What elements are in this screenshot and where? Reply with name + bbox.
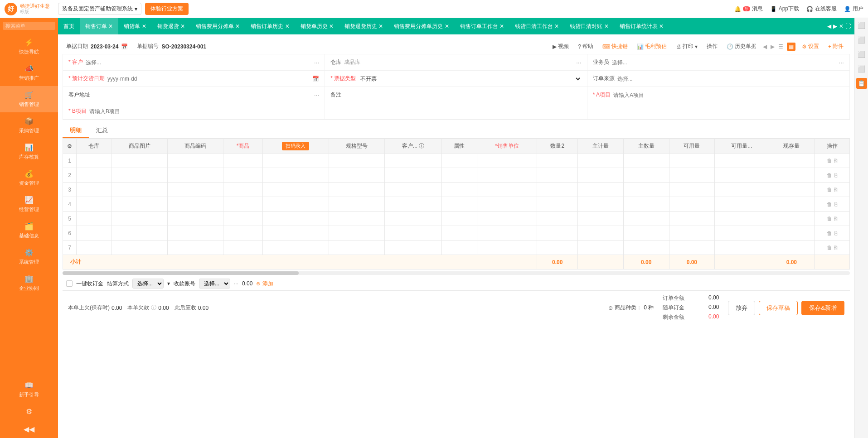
tab-detail[interactable]: 明细 — [63, 124, 89, 138]
tab-close-all-icon[interactable]: ✕ — [839, 23, 844, 29]
row-1-main-qty[interactable] — [624, 154, 669, 168]
project-a-input[interactable] — [613, 92, 844, 98]
sidebar-item-quick[interactable]: ⚡ 快捷导航 — [0, 34, 58, 60]
nav-refund-history[interactable]: 销货退货历史 ✕ — [339, 18, 388, 34]
copy-row-2-icon[interactable]: ⎘ — [834, 172, 837, 178]
online-service[interactable]: 🎧 在线客服 — [806, 5, 837, 13]
nav-sales-summary[interactable]: 销售订单统计表 ✕ — [614, 18, 669, 34]
delete-row-2-icon[interactable]: 🗑 — [827, 172, 832, 178]
payment-account-select[interactable]: 选择... — [199, 279, 230, 289]
row-2-product[interactable] — [223, 168, 263, 183]
row-2-spec[interactable] — [329, 168, 385, 183]
add-attachment-btn[interactable]: +附件 — [825, 42, 846, 51]
delete-row-5-icon[interactable]: 🗑 — [827, 216, 832, 222]
right-icon-2[interactable]: ⬜ — [856, 34, 867, 45]
table-settings-icon[interactable]: ⚙ — [67, 143, 72, 149]
delivery-calendar-icon[interactable]: 📅 — [312, 76, 319, 82]
help-btn[interactable]: ? 帮助 — [575, 42, 596, 51]
sidebar-item-purchase[interactable]: 📦 采购管理 — [0, 112, 58, 139]
grid-view-icon[interactable]: ▦ — [787, 43, 795, 51]
right-icon-1[interactable]: ⬜ — [856, 20, 867, 31]
message-icon-area[interactable]: 🔔 9 消息 — [734, 5, 763, 13]
sidebar-item-marketing[interactable]: 📣 营销推广 — [0, 60, 58, 86]
calendar-icon[interactable]: 📅 — [121, 43, 128, 50]
sidebar-item-collapse[interactable]: ◀◀ — [0, 420, 58, 438]
nav-sales-refund[interactable]: 销货退货 ✕ — [152, 18, 190, 34]
row-3-customer-code[interactable] — [385, 183, 442, 197]
row-3-warehouse[interactable] — [77, 183, 112, 197]
nav-home[interactable]: 首页 — [58, 18, 80, 34]
solution-btn[interactable]: 体验行业方案 — [145, 3, 189, 15]
sidebar-item-enterprise[interactable]: 🏢 企业协同 — [0, 270, 58, 296]
delete-row-6-icon[interactable]: 🗑 — [827, 230, 832, 236]
sidebar-item-inventory[interactable]: 📊 库存核算 — [0, 139, 58, 165]
remark-input[interactable] — [344, 92, 581, 98]
nav-sales-order[interactable]: 销售订单 ✕ — [80, 18, 118, 34]
row-5-warehouse[interactable] — [77, 212, 112, 226]
row-2-attr[interactable] — [442, 168, 477, 183]
invoice-select[interactable]: 不开票 增值税专用发票 普通发票 — [359, 75, 581, 82]
list-view-icon[interactable]: ☰ — [778, 43, 783, 50]
profit-btn[interactable]: 📊 毛利预估 — [634, 42, 669, 51]
right-icon-5[interactable]: 📋 — [856, 78, 867, 89]
warehouse-more-icon[interactable]: ··· — [576, 59, 582, 66]
sidebar-item-basic[interactable]: 🗂️ 基础信息 — [0, 217, 58, 244]
view-btn[interactable]: ▶ 视频 — [550, 42, 572, 51]
scan-btn[interactable]: 扫码录入 — [282, 142, 309, 150]
prev-record-icon[interactable]: ◀ — [763, 43, 767, 50]
scroll-indicator[interactable] — [63, 271, 850, 275]
salesperson-more-icon[interactable]: ··· — [839, 59, 844, 66]
row-1-unit[interactable] — [477, 154, 537, 168]
save-new-btn[interactable]: 保存&新增 — [801, 301, 844, 315]
sidebar-item-finance[interactable]: 💰 资金管理 — [0, 165, 58, 191]
row-3-code[interactable] — [168, 183, 223, 197]
discard-btn[interactable]: 放弃 — [728, 301, 755, 315]
delete-row-7-icon[interactable]: 🗑 — [827, 245, 832, 251]
nav-sales-expense[interactable]: 销售费用分摊单 ✕ — [190, 18, 245, 34]
address-more-icon[interactable]: ··· — [314, 91, 320, 99]
nav-cashier-daily[interactable]: 钱货日清工作台 ✕ — [509, 18, 564, 34]
sidebar-item-operations[interactable]: 📈 经营管理 — [0, 191, 58, 217]
row-2-unit[interactable] — [477, 168, 537, 183]
nav-order-workbench[interactable]: 销售订单工作台 ✕ — [455, 18, 509, 34]
shortcut-btn[interactable]: ⌨ 快捷键 — [600, 42, 630, 51]
sidebar-item-sales[interactable]: 🛒 销售管理 — [0, 86, 58, 112]
tab-next-icon[interactable]: ▶ — [833, 23, 837, 29]
customer-input[interactable] — [86, 59, 311, 66]
next-record-icon[interactable]: ▶ — [771, 43, 775, 50]
nav-return-history[interactable]: 销货单历史 ✕ — [295, 18, 339, 34]
row-3-unit[interactable] — [477, 183, 537, 197]
row-3-product[interactable] — [223, 183, 263, 197]
row-2-main-qty[interactable] — [624, 168, 669, 183]
customer-more-icon[interactable]: ··· — [314, 59, 320, 66]
copy-row-5-icon[interactable]: ⎘ — [834, 216, 837, 222]
row-7-warehouse[interactable] — [77, 241, 112, 255]
salesperson-input[interactable] — [612, 59, 836, 66]
scroll-thumb[interactable] — [63, 271, 299, 275]
app-download[interactable]: 📱 App下载 — [770, 5, 799, 13]
delete-row-1-icon[interactable]: 🗑 — [827, 158, 832, 164]
row-1-attr[interactable] — [442, 154, 477, 168]
row-3-qty2[interactable] — [537, 183, 578, 197]
right-icon-3[interactable]: ⬜ — [856, 49, 867, 60]
row-3-attr[interactable] — [442, 183, 477, 197]
sidebar-item-settings[interactable]: ⚙ — [0, 403, 58, 420]
copy-row-3-icon[interactable]: ⎘ — [834, 187, 837, 193]
copy-row-6-icon[interactable]: ⎘ — [834, 230, 837, 236]
sidebar-item-guide[interactable]: 📖 新手引导 — [0, 376, 58, 403]
row-2-warehouse[interactable] — [77, 168, 112, 183]
row-3-main-qty[interactable] — [624, 183, 669, 197]
add-payment-btn[interactable]: ⊕ 添加 — [256, 280, 273, 288]
copy-row-4-icon[interactable]: ⎘ — [834, 201, 837, 207]
row-1-qty2[interactable] — [537, 154, 578, 168]
operate-btn[interactable]: 操作 — [704, 42, 720, 51]
nav-expense-history[interactable]: 销售费用分摊单历史 ✕ — [388, 18, 454, 34]
copy-row-1-icon[interactable]: ⎘ — [834, 158, 837, 164]
delivery-input[interactable] — [107, 76, 310, 82]
project-b-input[interactable] — [89, 108, 319, 115]
user-area[interactable]: 👤 用户 — [844, 5, 863, 13]
row-3-spec[interactable] — [329, 183, 385, 197]
nav-cashier-account[interactable]: 钱货日清对账 ✕ — [564, 18, 614, 34]
search-input[interactable] — [3, 22, 55, 30]
nav-order-history[interactable]: 销售订单历史 ✕ — [245, 18, 295, 34]
